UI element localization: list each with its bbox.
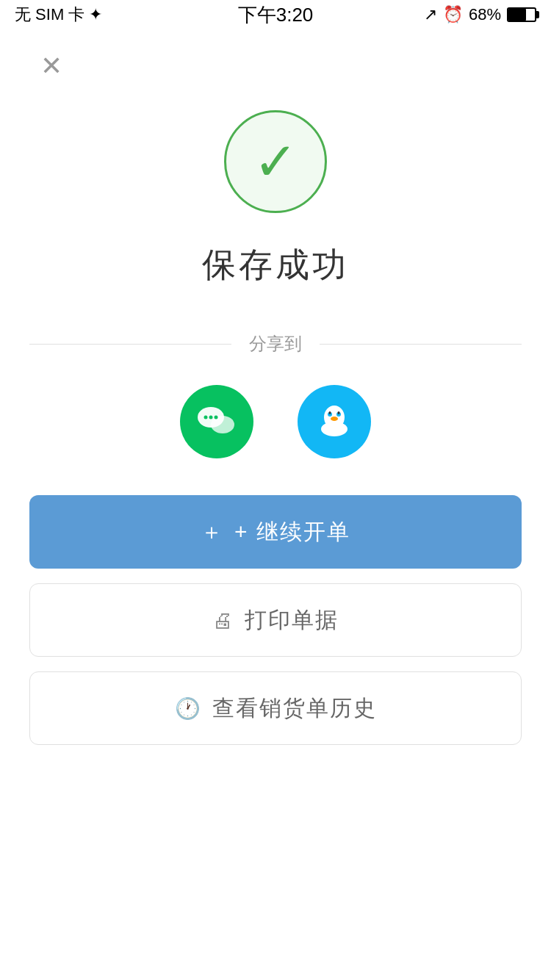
svg-point-11 (338, 411, 340, 414)
divider-left (29, 344, 231, 345)
wechat-share-button[interactable]: 微信 (180, 385, 253, 458)
share-label: 分享到 (231, 332, 320, 356)
continue-button[interactable]: ＋ + 继续开单 (29, 495, 522, 569)
share-section: 分享到 微信 (29, 332, 522, 458)
continue-label: + 继续开单 (234, 517, 350, 547)
action-buttons: ＋ + 继续开单 🖨 打印单据 🕐 查看销货单历史 (29, 495, 522, 745)
plus-icon: ＋ (201, 517, 223, 547)
svg-point-7 (321, 422, 347, 436)
battery-label: 68% (469, 5, 501, 24)
svg-point-12 (331, 417, 338, 421)
status-right: ↗ ⏰ 68% (424, 5, 536, 24)
svg-point-3 (209, 416, 213, 419)
print-button[interactable]: 🖨 打印单据 (29, 583, 522, 657)
printer-icon: 🖨 (212, 608, 233, 633)
battery-icon (507, 7, 536, 22)
share-icons: 微信 (180, 385, 371, 458)
svg-point-2 (204, 416, 208, 419)
close-button[interactable]: ✕ (29, 44, 73, 88)
qq-icon (312, 400, 356, 444)
checkmark-icon: ✓ (253, 135, 298, 188)
close-icon: ✕ (40, 53, 62, 79)
status-bar: 无 SIM 卡 ✦ 下午3:20 ↗ ⏰ 68% (0, 0, 551, 29)
location-icon: ↗ (424, 5, 437, 24)
sim-status: 无 SIM 卡 ✦ (15, 4, 102, 26)
svg-point-1 (211, 416, 234, 433)
wechat-icon (195, 403, 238, 441)
qq-share-button[interactable] (298, 385, 371, 458)
history-button[interactable]: 🕐 查看销货单历史 (29, 671, 522, 745)
main-content: ✕ ✓ 保存成功 分享到 (0, 29, 551, 980)
success-title: 保存成功 (202, 242, 349, 288)
alarm-icon: ⏰ (443, 5, 463, 24)
status-left: 无 SIM 卡 ✦ (15, 4, 102, 26)
success-circle: ✓ (224, 110, 327, 213)
svg-point-10 (329, 411, 331, 414)
history-label: 查看销货单历史 (212, 693, 377, 724)
svg-point-4 (215, 416, 218, 419)
share-divider-row: 分享到 (29, 332, 522, 356)
status-time: 下午3:20 (238, 2, 314, 28)
success-section: ✓ 保存成功 (29, 110, 522, 288)
history-icon: 🕐 (175, 696, 201, 721)
divider-right (320, 344, 522, 345)
print-label: 打印单据 (245, 605, 339, 635)
